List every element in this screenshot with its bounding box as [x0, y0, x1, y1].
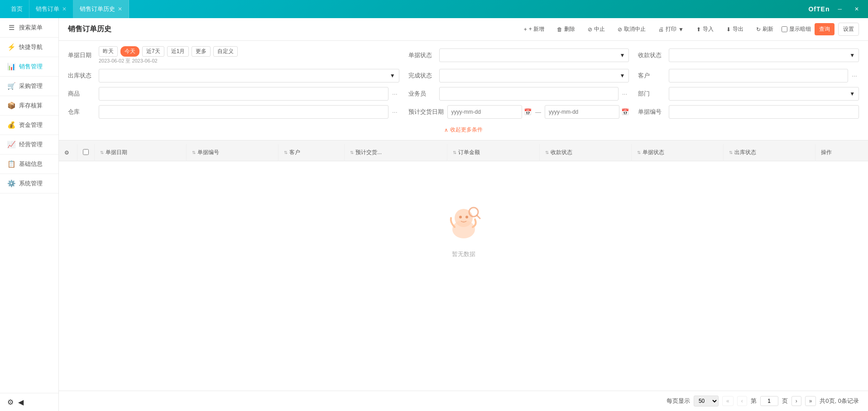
th-delivery-date[interactable]: ⇅ 预计交货... [344, 144, 447, 161]
tabs-area: 首页 销售订单 ✕ 销售订单历史 ✕ [5, 0, 808, 18]
sidebar-item-inventory[interactable]: 📦 库存核算 [0, 96, 58, 116]
delivery-date-start-calendar-icon[interactable]: 📅 [524, 108, 532, 116]
sidebar-item-quick-nav-label: 快捷导航 [19, 43, 43, 51]
date-7days-btn[interactable]: 近7天 [142, 46, 164, 57]
svg-point-1 [455, 209, 473, 227]
new-btn[interactable]: + + 新增 [519, 23, 549, 35]
pagination-bar: 每页显示 50 10 20 100 « ‹ 第 页 › » 共0页, 0条记录 [59, 391, 868, 411]
th-payment-status[interactable]: ⇅ 收款状态 [539, 144, 631, 161]
filter-order-no-label: 单据编号 [638, 108, 665, 116]
settings-btn-label: 设置 [843, 25, 854, 33]
sidebar-item-sys-mgmt[interactable]: ⚙️ 系统管理 [0, 174, 58, 193]
filter-customer-input[interactable] [669, 69, 848, 82]
delete-btn[interactable]: 🗑 删除 [552, 23, 580, 35]
tab-home-label: 首页 [11, 5, 23, 13]
empty-text: 暂无数据 [452, 250, 475, 258]
filter-out-status-select[interactable]: ▼ [99, 69, 399, 82]
export-btn[interactable]: ⬇ 导出 [722, 23, 748, 35]
import-btn-label: 导入 [703, 25, 714, 33]
salesman-more-icon[interactable]: ··· [620, 90, 629, 97]
th-out-status[interactable]: ⇅ 出库状态 [724, 144, 815, 161]
filter-complete-status-select[interactable]: ▼ [439, 69, 629, 82]
per-page-select[interactable]: 50 10 20 100 [694, 396, 719, 406]
date-1month-btn[interactable]: 近1月 [167, 46, 189, 57]
th-no[interactable]: ⇅ 单据编号 [186, 144, 278, 161]
date-custom-btn[interactable]: 自定义 [213, 46, 238, 57]
print-icon: 🖨 [658, 26, 664, 33]
filter-warehouse-input[interactable] [99, 105, 388, 119]
delivery-date-end-calendar-icon[interactable]: 📅 [621, 108, 629, 116]
sidebar-item-basic-info[interactable]: 📋 基础信息 [0, 155, 58, 174]
tab-sales-order[interactable]: 销售订单 ✕ [29, 0, 73, 18]
th-customer-sort-icon: ⇅ [284, 150, 288, 155]
first-page-btn[interactable]: « [722, 396, 734, 406]
filter-doc-status-select[interactable]: ▼ [439, 48, 629, 62]
sidebar-item-sys-mgmt-label: 系统管理 [19, 179, 43, 188]
filter-salesman-input[interactable] [439, 87, 619, 101]
filter-item-customer: 客户 ··· [638, 69, 859, 82]
date-more-btn[interactable]: 更多 [192, 46, 211, 57]
complete-status-chevron-icon: ▼ [619, 73, 625, 79]
filter-order-no-input[interactable] [669, 105, 859, 119]
print-btn[interactable]: 🖨 打印 ▼ [654, 23, 688, 35]
sidebar-item-sales-mgmt[interactable]: 📊 销售管理 [0, 57, 58, 77]
filter-payment-status-select[interactable]: ▼ [669, 48, 859, 62]
sidebar-settings-icon[interactable]: ⚙ [7, 398, 14, 406]
sidebar-item-finance[interactable]: 💰 资金管理 [0, 116, 58, 135]
last-page-btn[interactable]: » [805, 396, 816, 406]
date-today-btn[interactable]: 今天 [120, 46, 139, 57]
th-no-sort-icon: ⇅ [192, 150, 196, 155]
sidebar-item-search-menu[interactable]: ☰ 搜索菜单 [0, 18, 58, 38]
tab-sales-order-label: 销售订单 [36, 5, 59, 13]
th-doc-status[interactable]: ⇅ 单据状态 [631, 144, 723, 161]
filter-item-payment-status: 收款状态 ▼ [638, 48, 859, 62]
sidebar-item-quick-nav[interactable]: ⚡ 快捷导航 [0, 38, 58, 57]
filter-item-dept: 部门 ▼ [638, 87, 859, 101]
th-amount-label: 订单金额 [458, 149, 480, 156]
filter-delivery-date-start[interactable] [447, 105, 522, 119]
query-btn[interactable]: 查询 [815, 23, 834, 35]
th-settings[interactable]: ⚙ [59, 144, 77, 161]
window-minimize-btn[interactable]: ─ [833, 4, 846, 15]
page-num-input[interactable] [760, 396, 778, 406]
refresh-icon: ↻ [756, 26, 761, 33]
window-close-btn[interactable]: ✕ [850, 4, 863, 15]
next-page-btn[interactable]: › [791, 396, 801, 406]
svg-point-2 [459, 216, 462, 218]
th-amount[interactable]: ⇅ 订单金额 [447, 144, 539, 161]
cancel-stop-btn[interactable]: ⊘ 取消中止 [613, 23, 650, 35]
filter-salesman-control: ··· [439, 87, 629, 101]
date-yesterday-btn[interactable]: 昨天 [99, 46, 118, 57]
sidebar-item-sales-mgmt-label: 销售管理 [19, 63, 43, 71]
sidebar-item-purchase-mgmt[interactable]: 🛒 采购管理 [0, 77, 58, 96]
settings-btn[interactable]: 设置 [838, 23, 859, 36]
select-all-checkbox[interactable] [83, 149, 89, 155]
filter-row-1: 单据日期 昨天 今天 近7天 近1月 更多 自定义 2023-06-02 [68, 46, 859, 64]
tab-sales-order-history-close[interactable]: ✕ [118, 6, 122, 12]
tab-sales-order-history[interactable]: 销售订单历史 ✕ [73, 0, 129, 18]
th-customer[interactable]: ⇅ 客户 [278, 144, 345, 161]
table-container: ⚙ ⇅ 单据日期 ⇅ [59, 144, 868, 391]
refresh-btn[interactable]: ↻ 刷新 [752, 23, 778, 35]
collapse-filter-label: 收起更多条件 [450, 126, 483, 134]
goods-more-icon[interactable]: ··· [390, 90, 399, 97]
tab-sales-order-close[interactable]: ✕ [62, 6, 67, 12]
inventory-icon: 📦 [7, 102, 15, 110]
import-btn[interactable]: ⬆ 导入 [692, 23, 718, 35]
filter-delivery-date-end[interactable] [545, 105, 619, 119]
sidebar-collapse-icon[interactable]: ◀ [18, 398, 24, 406]
filter-payment-status-label: 收款状态 [638, 51, 665, 59]
page-title: 销售订单历史 [68, 24, 111, 34]
collapse-filter-btn[interactable]: ∧ 收起更多条件 [68, 123, 859, 135]
th-date[interactable]: ⇅ 单据日期 [94, 144, 186, 161]
customer-more-icon[interactable]: ··· [850, 72, 859, 79]
prev-page-btn[interactable]: ‹ [737, 396, 747, 406]
filter-goods-input[interactable] [99, 87, 388, 101]
tab-home[interactable]: 首页 [5, 0, 29, 18]
show-cols-checkbox[interactable] [782, 26, 787, 32]
show-cols-toggle[interactable]: 显示暗细 [782, 25, 811, 33]
sidebar-item-operations[interactable]: 📈 经营管理 [0, 135, 58, 155]
stop-btn[interactable]: ⊘ 中止 [583, 23, 609, 35]
warehouse-more-icon[interactable]: ··· [390, 108, 399, 116]
filter-dept-select[interactable]: ▼ [669, 87, 859, 101]
